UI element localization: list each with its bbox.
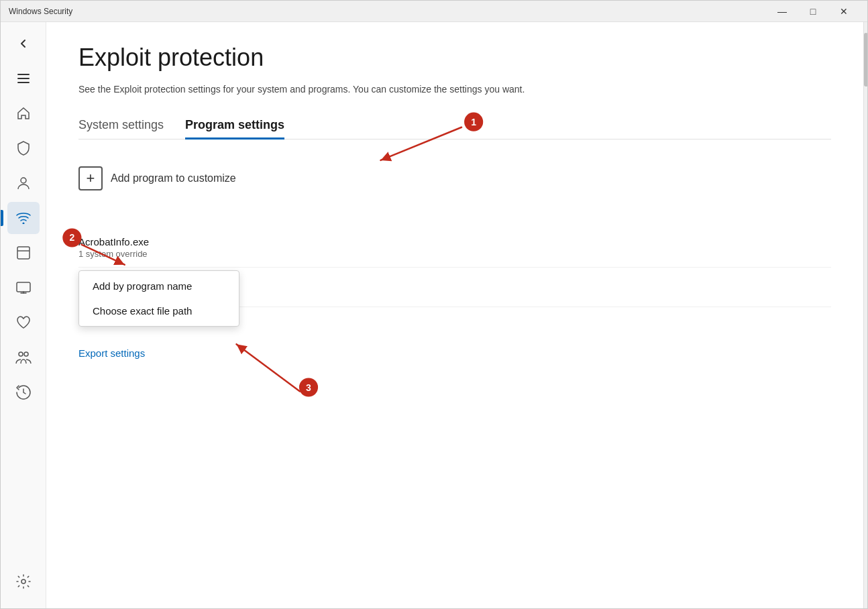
page-title: Exploit protection xyxy=(78,44,831,72)
svg-rect-7 xyxy=(17,282,30,292)
tab-system-settings[interactable]: System settings xyxy=(78,118,164,140)
svg-text:2: 2 xyxy=(69,232,74,243)
dropdown-item-by-path[interactable]: Choose exact file path xyxy=(79,298,239,323)
main-window: Windows Security — □ ✕ xyxy=(0,0,868,609)
hamburger-icon xyxy=(17,74,30,83)
svg-point-10 xyxy=(21,579,25,584)
history-icon xyxy=(16,385,31,400)
svg-rect-5 xyxy=(17,247,30,259)
sidebar-item-history[interactable] xyxy=(7,376,40,408)
settings-icon xyxy=(16,574,31,589)
svg-rect-0 xyxy=(17,74,30,75)
family-icon xyxy=(15,351,32,364)
program-desc: 1 system override xyxy=(78,249,831,259)
sidebar-item-account[interactable] xyxy=(7,167,40,199)
svg-point-8 xyxy=(19,352,23,356)
home-icon xyxy=(17,107,30,120)
sidebar-item-firewall[interactable] xyxy=(7,202,40,234)
window-title: Windows Security xyxy=(9,7,72,16)
sidebar xyxy=(1,22,46,608)
back-icon xyxy=(17,38,30,50)
add-program-label: Add program to customize xyxy=(111,172,236,184)
maximize-button[interactable]: □ xyxy=(798,1,828,22)
svg-rect-2 xyxy=(17,82,30,83)
svg-point-15 xyxy=(299,378,318,396)
shield-icon xyxy=(17,141,30,156)
window-controls: — □ ✕ xyxy=(767,1,859,22)
tab-program-settings[interactable]: Program settings xyxy=(185,118,284,140)
svg-point-4 xyxy=(22,223,24,225)
page-description: See the Exploit protection settings for … xyxy=(78,82,548,97)
sidebar-back-button[interactable] xyxy=(7,27,40,60)
program-item-acrobatinfo[interactable]: AcrobatInfo.exe 1 system override xyxy=(78,228,831,268)
dropdown-item-by-name[interactable]: Add by program name xyxy=(79,274,239,298)
sidebar-item-settings[interactable] xyxy=(7,565,40,598)
main-content: Exploit protection See the Exploit prote… xyxy=(46,22,863,608)
titlebar: Windows Security — □ ✕ xyxy=(1,1,867,22)
sidebar-item-device[interactable] xyxy=(7,272,40,304)
sidebar-item-protection[interactable] xyxy=(7,132,40,164)
health-icon xyxy=(16,316,31,329)
sidebar-item-family[interactable] xyxy=(7,341,40,374)
add-icon: + xyxy=(78,166,103,190)
app-icon xyxy=(17,246,30,260)
minimize-button[interactable]: — xyxy=(767,1,798,22)
program-name: AcrobatInfo.exe xyxy=(78,236,831,247)
scrollbar[interactable] xyxy=(863,22,867,608)
close-button[interactable]: ✕ xyxy=(828,1,859,22)
svg-point-3 xyxy=(21,178,26,183)
sidebar-item-home[interactable] xyxy=(7,97,40,129)
active-indicator xyxy=(1,210,3,226)
scrollbar-thumb[interactable] xyxy=(864,33,867,87)
export-settings-link[interactable]: Export settings xyxy=(78,347,831,359)
svg-rect-1 xyxy=(17,78,30,79)
device-icon xyxy=(16,282,31,294)
svg-text:3: 3 xyxy=(306,382,311,393)
sidebar-hamburger-button[interactable] xyxy=(7,62,40,95)
content-area: Exploit protection See the Exploit prote… xyxy=(1,22,867,608)
add-program-button[interactable]: + Add program to customize xyxy=(78,161,236,196)
svg-point-9 xyxy=(24,352,28,356)
tabs-container: System settings Program settings xyxy=(78,118,831,140)
person-icon xyxy=(17,176,30,190)
sidebar-item-apps[interactable] xyxy=(7,237,40,269)
wifi-icon xyxy=(16,212,31,224)
dropdown-menu: Add by program name Choose exact file pa… xyxy=(78,270,239,327)
sidebar-item-health[interactable] xyxy=(7,307,40,339)
